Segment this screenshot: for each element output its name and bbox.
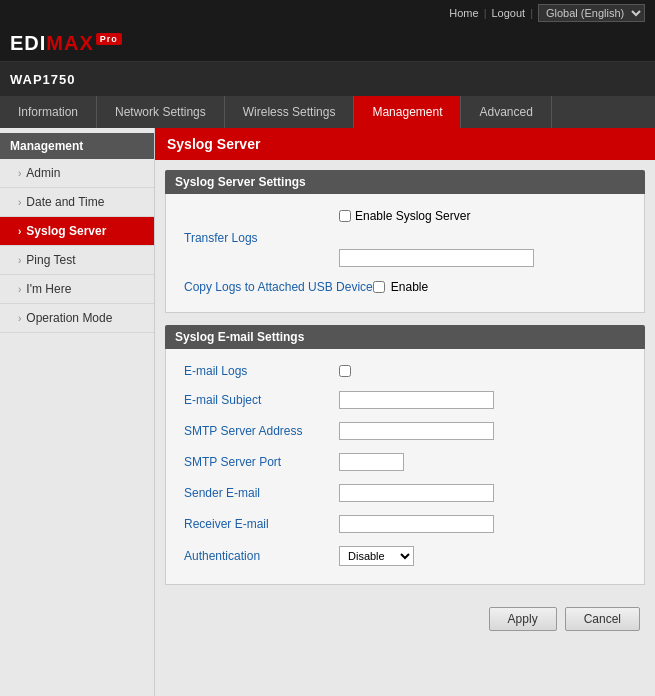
transfer-logs-label: Transfer Logs [184, 231, 339, 245]
sidebar-item-admin[interactable]: › Admin [0, 159, 154, 188]
sidebar-title: Management [0, 133, 154, 159]
logo-max: MAX [46, 32, 93, 54]
cancel-button[interactable]: Cancel [565, 607, 640, 631]
home-link[interactable]: Home [449, 7, 478, 19]
smtp-port-row: SMTP Server Port [176, 448, 634, 476]
email-subject-input[interactable] [339, 391, 494, 409]
receiver-email-controls [339, 515, 626, 533]
receiver-email-input[interactable] [339, 515, 494, 533]
sidebar-item-im-here-label: I'm Here [26, 282, 71, 296]
nav-information[interactable]: Information [0, 96, 97, 128]
sender-email-input[interactable] [339, 484, 494, 502]
enable-syslog-checkbox[interactable] [339, 210, 351, 222]
authentication-controls: Disable Enable [339, 546, 626, 566]
arrow-icon: › [18, 284, 21, 295]
sidebar-item-operation-mode-label: Operation Mode [26, 311, 112, 325]
device-bar: WAP1750 [0, 62, 655, 96]
sidebar-item-ping-test[interactable]: › Ping Test [0, 246, 154, 275]
copy-logs-label: Copy Logs to Attached USB Device [184, 280, 373, 294]
email-logs-row: E-mail Logs [176, 359, 634, 383]
enable-syslog-label: Enable Syslog Server [355, 209, 470, 223]
arrow-icon: › [18, 313, 21, 324]
email-logs-label: E-mail Logs [184, 364, 339, 378]
syslog-settings-header: Syslog Server Settings [165, 170, 645, 194]
button-bar: Apply Cancel [165, 597, 645, 641]
arrow-icon: › [18, 168, 21, 179]
logout-link[interactable]: Logout [491, 7, 525, 19]
apply-button[interactable]: Apply [489, 607, 557, 631]
email-subject-controls [339, 391, 626, 409]
top-bar: Home | Logout | Global (English) [0, 0, 655, 26]
sidebar-item-syslog-label: Syslog Server [26, 224, 106, 238]
smtp-port-controls [339, 453, 626, 471]
smtp-address-row: SMTP Server Address [176, 417, 634, 445]
sidebar-item-ping-label: Ping Test [26, 253, 75, 267]
sidebar-item-date-time-label: Date and Time [26, 195, 104, 209]
sidebar-item-admin-label: Admin [26, 166, 60, 180]
logo: EDIMAXPro [10, 32, 122, 55]
transfer-logs-input[interactable] [339, 249, 534, 267]
language-select[interactable]: Global (English) [538, 4, 645, 22]
copy-logs-controls: Enable [373, 280, 626, 294]
copy-logs-row: Copy Logs to Attached USB Device Enable [176, 275, 634, 299]
nav-network-settings[interactable]: Network Settings [97, 96, 225, 128]
transfer-logs-controls: Enable Syslog Server [339, 209, 626, 267]
layout: Management › Admin › Date and Time › Sys… [0, 128, 655, 696]
sender-email-controls [339, 484, 626, 502]
device-name: WAP1750 [10, 72, 76, 87]
sidebar: Management › Admin › Date and Time › Sys… [0, 128, 155, 696]
main-content: Syslog Server Syslog Server Settings Tra… [155, 128, 655, 696]
copy-logs-checkbox[interactable] [373, 281, 385, 293]
email-settings-body: E-mail Logs E-mail Subject [165, 349, 645, 585]
receiver-email-label: Receiver E-mail [184, 517, 339, 531]
arrow-icon: › [18, 255, 21, 266]
email-subject-row: E-mail Subject [176, 386, 634, 414]
email-subject-label: E-mail Subject [184, 393, 339, 407]
main-nav: Information Network Settings Wireless Se… [0, 96, 655, 128]
transfer-logs-row: Transfer Logs Enable Syslog Server [176, 204, 634, 272]
nav-advanced[interactable]: Advanced [461, 96, 551, 128]
sidebar-item-syslog-server[interactable]: › Syslog Server [0, 217, 154, 246]
sidebar-item-im-here[interactable]: › I'm Here [0, 275, 154, 304]
nav-management[interactable]: Management [354, 96, 461, 128]
authentication-label: Authentication [184, 549, 339, 563]
arrow-icon: › [18, 226, 21, 237]
sender-email-row: Sender E-mail [176, 479, 634, 507]
email-logs-controls [339, 365, 626, 377]
copy-logs-enable-label: Enable [391, 280, 428, 294]
smtp-address-controls [339, 422, 626, 440]
sender-email-label: Sender E-mail [184, 486, 339, 500]
sidebar-item-date-time[interactable]: › Date and Time [0, 188, 154, 217]
smtp-address-input[interactable] [339, 422, 494, 440]
smtp-port-input[interactable] [339, 453, 404, 471]
page-title: Syslog Server [155, 128, 655, 160]
email-logs-checkbox[interactable] [339, 365, 351, 377]
authentication-row: Authentication Disable Enable [176, 541, 634, 571]
authentication-select[interactable]: Disable Enable [339, 546, 414, 566]
syslog-settings-body: Transfer Logs Enable Syslog Server Copy … [165, 194, 645, 313]
smtp-port-label: SMTP Server Port [184, 455, 339, 469]
arrow-icon: › [18, 197, 21, 208]
syslog-settings-section: Syslog Server Settings Transfer Logs Ena… [165, 170, 645, 313]
content-area: Syslog Server Settings Transfer Logs Ena… [155, 160, 655, 651]
receiver-email-row: Receiver E-mail [176, 510, 634, 538]
email-settings-section: Syslog E-mail Settings E-mail Logs E-mai… [165, 325, 645, 585]
logo-badge: Pro [96, 33, 122, 45]
email-settings-header: Syslog E-mail Settings [165, 325, 645, 349]
sidebar-item-operation-mode[interactable]: › Operation Mode [0, 304, 154, 333]
smtp-address-label: SMTP Server Address [184, 424, 339, 438]
logo-bar: EDIMAXPro [0, 26, 655, 62]
logo-edi: EDI [10, 32, 46, 54]
nav-wireless-settings[interactable]: Wireless Settings [225, 96, 355, 128]
